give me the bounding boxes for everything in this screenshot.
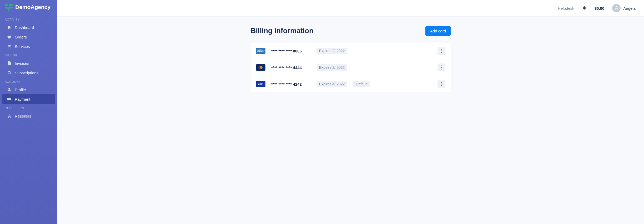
- card-expiry-badge: Expires 2/ 2022: [316, 64, 347, 71]
- user-icon: [7, 87, 12, 92]
- card-brand-visa-icon: VISA: [256, 81, 265, 87]
- sidebar-item-label: Profile: [15, 87, 26, 92]
- svg-point-3: [441, 65, 442, 66]
- sidebar-item-label: Dashboard: [15, 25, 34, 30]
- card-brand-mastercard-icon: [256, 64, 265, 71]
- sidebar-item-payment[interactable]: Payment: [2, 94, 55, 104]
- svg-point-4: [441, 67, 442, 68]
- brand[interactable]: DemoAgency: [0, 4, 57, 15]
- sidebar-item-label: Payment: [15, 97, 30, 101]
- sidebar-item-orders[interactable]: Orders: [2, 32, 55, 42]
- sidebar-item-invoices[interactable]: Invoices: [2, 59, 55, 68]
- brand-name: DemoAgency: [15, 4, 51, 10]
- topbar: Helpdesk $0.00 A Angela: [57, 0, 644, 17]
- notifications-icon[interactable]: [582, 6, 587, 11]
- network-icon: [7, 114, 12, 118]
- sidebar-item-label: Subscriptions: [15, 71, 38, 75]
- file-icon: [7, 61, 12, 66]
- user-menu[interactable]: A Angela: [612, 4, 636, 12]
- sidebar: DemoAgency ACTIVITY Dashboard Orders Ser…: [0, 0, 57, 224]
- orders-icon: [7, 35, 12, 39]
- card-actions-menu[interactable]: [437, 47, 445, 55]
- svg-point-0: [441, 49, 442, 50]
- page-title: Billing information: [251, 27, 313, 35]
- sidebar-item-resellers[interactable]: Resellers: [2, 111, 55, 121]
- payment-card-row: **** **** **** 4444 Expires 2/ 2022: [251, 59, 451, 76]
- logo-icon: [5, 4, 13, 11]
- helpdesk-link[interactable]: Helpdesk: [558, 6, 574, 11]
- svg-point-6: [441, 82, 442, 83]
- card-expiry-badge: Expires 2/ 2022: [316, 48, 347, 54]
- svg-point-2: [441, 52, 442, 53]
- card-number: **** **** **** 4242: [271, 82, 311, 86]
- svg-point-7: [441, 84, 442, 84]
- refresh-icon: [7, 70, 12, 75]
- add-card-button[interactable]: Add card: [425, 26, 451, 36]
- sidebar-item-subscriptions[interactable]: Subscriptions: [2, 68, 55, 77]
- sidebar-item-profile[interactable]: Profile: [2, 85, 55, 94]
- cart-icon: [7, 44, 12, 49]
- card-actions-menu[interactable]: [437, 80, 445, 88]
- username: Angela: [623, 6, 636, 11]
- sidebar-item-label: Orders: [15, 35, 27, 39]
- sidebar-section-account: ACCOUNT: [0, 77, 57, 85]
- sidebar-section-billing: BILLING: [0, 51, 57, 59]
- payment-card-list: AMERICAN EXPRESS **** **** **** 0005 Exp…: [251, 43, 451, 92]
- card-number: **** **** **** 0005: [271, 49, 311, 53]
- card-icon: [7, 97, 12, 101]
- card-number: **** **** **** 4444: [271, 65, 311, 70]
- sidebar-item-label: Resellers: [15, 114, 31, 118]
- card-brand-amex-icon: AMERICAN EXPRESS: [256, 48, 265, 54]
- avatar: A: [612, 4, 621, 12]
- sidebar-section-activity: ACTIVITY: [0, 15, 57, 23]
- account-balance: $0.00: [595, 6, 605, 11]
- svg-point-1: [441, 50, 442, 51]
- sidebar-item-label: Invoices: [15, 61, 29, 66]
- sidebar-item-services[interactable]: Services: [2, 42, 55, 51]
- payment-card-row: AMERICAN EXPRESS **** **** **** 0005 Exp…: [251, 43, 451, 59]
- card-expiry-badge: Expires 4/ 2022: [316, 81, 347, 87]
- svg-point-5: [441, 69, 442, 69]
- sidebar-section-resellers: RESELLERS: [0, 104, 57, 111]
- card-actions-menu[interactable]: [437, 64, 445, 71]
- sidebar-item-dashboard[interactable]: Dashboard: [2, 23, 55, 32]
- sidebar-item-label: Services: [15, 44, 30, 49]
- home-icon: [7, 25, 12, 30]
- payment-card-row: VISA **** **** **** 4242 Expires 4/ 2022…: [251, 76, 451, 92]
- default-badge: Default: [353, 81, 370, 87]
- svg-point-8: [441, 85, 442, 86]
